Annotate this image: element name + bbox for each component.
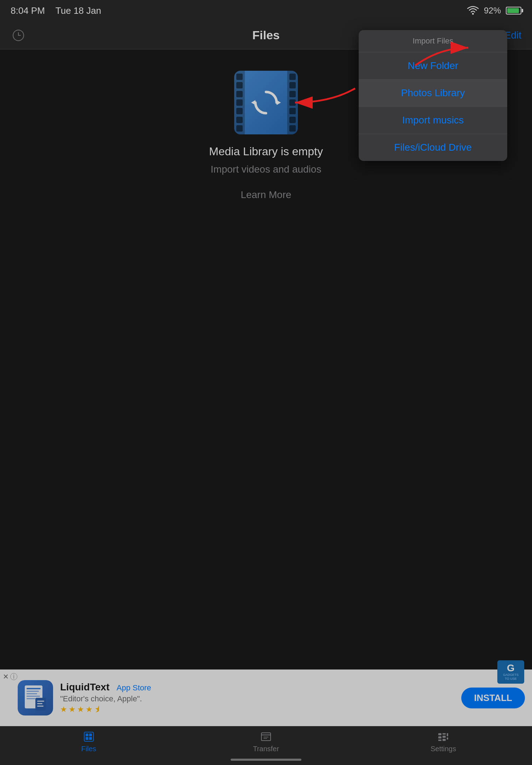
ad-app-name: LiquidText: [60, 682, 109, 693]
watermark-text: GADGETS TO USE: [503, 673, 519, 681]
ad-info: LiquidText App Store "Editor's choice, A…: [60, 682, 454, 714]
dropdown-item-photos-library[interactable]: Photos Library: [359, 80, 507, 107]
svg-rect-19: [86, 737, 88, 740]
ad-source: App Store: [116, 683, 151, 692]
svg-rect-31: [447, 733, 448, 736]
watermark-letter: G: [507, 663, 515, 673]
svg-rect-32: [447, 737, 448, 740]
home-indicator: [231, 759, 301, 761]
svg-marker-5: [251, 100, 255, 105]
svg-rect-7: [27, 688, 41, 689]
learn-more-link[interactable]: Learn More: [241, 189, 291, 201]
svg-rect-8: [27, 691, 39, 692]
battery-percent: 92%: [484, 6, 501, 16]
ad-close[interactable]: ✕ i: [3, 672, 17, 681]
svg-rect-17: [86, 734, 88, 736]
star-2: ★: [69, 705, 76, 714]
settings-tab-icon: [436, 731, 450, 743]
close-icon: ✕: [3, 672, 9, 681]
dropdown-item-files-icloud[interactable]: Files/iCloud Drive: [359, 134, 507, 161]
tab-transfer[interactable]: Transfer: [177, 731, 354, 753]
svg-rect-18: [89, 734, 92, 736]
tab-transfer-label: Transfer: [253, 745, 279, 753]
svg-rect-11: [27, 698, 35, 699]
dropdown-item-import-musics[interactable]: Import musics: [359, 107, 507, 134]
files-tab-icon: [82, 731, 96, 743]
transfer-tab-icon: [259, 731, 273, 743]
svg-rect-27: [438, 740, 441, 741]
tab-settings[interactable]: Settings: [355, 731, 532, 753]
svg-rect-10: [27, 696, 40, 697]
watermark: G GADGETS TO USE: [497, 660, 525, 684]
star-3: ★: [77, 705, 84, 714]
battery-icon: [506, 7, 521, 15]
wifi-icon: [467, 6, 479, 15]
tab-settings-label: Settings: [430, 745, 456, 753]
svg-rect-15: [37, 706, 44, 707]
status-right: 92%: [467, 6, 521, 16]
install-button[interactable]: INSTALL: [461, 688, 525, 708]
svg-rect-28: [443, 733, 446, 735]
svg-rect-29: [443, 736, 446, 738]
empty-title: Media Library is empty: [209, 145, 323, 158]
tab-files[interactable]: Files: [0, 731, 177, 753]
ad-stars: ★ ★ ★ ★ ⯨: [60, 705, 454, 714]
svg-rect-30: [443, 739, 446, 741]
nav-back-icon[interactable]: [11, 28, 26, 43]
tab-files-label: Files: [81, 745, 96, 753]
status-time: 8:04 PM: [11, 5, 45, 16]
page-title: Files: [252, 28, 279, 42]
svg-rect-9: [27, 693, 37, 694]
empty-subtitle: Import videos and audios: [211, 164, 322, 175]
svg-marker-4: [277, 100, 281, 105]
star-5: ⯨: [94, 705, 102, 714]
status-date: Tue 18 Jan: [56, 5, 101, 16]
svg-rect-14: [37, 703, 42, 704]
svg-rect-20: [89, 737, 92, 740]
status-bar: 8:04 PM Tue 18 Jan 92%: [0, 0, 532, 21]
svg-rect-13: [37, 701, 44, 702]
svg-rect-26: [438, 736, 441, 738]
svg-rect-21: [261, 733, 271, 741]
svg-rect-25: [438, 733, 441, 735]
svg-rect-16: [84, 732, 93, 741]
star-4: ★: [86, 705, 93, 714]
ad-banner: ✕ i LiquidText App Store "Editor': [0, 670, 532, 726]
ad-tagline: "Editor's choice, Apple".: [60, 694, 454, 703]
arrow-indicator-top: [412, 41, 475, 70]
ad-app-icon: [18, 680, 53, 715]
info-icon: i: [10, 673, 17, 680]
star-1: ★: [60, 705, 67, 714]
svg-point-0: [472, 13, 474, 15]
arrow-indicator-photos: [288, 81, 359, 118]
